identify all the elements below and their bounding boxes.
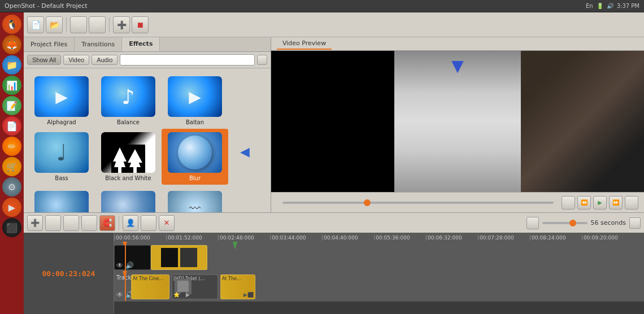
inkscape-icon[interactable]: ✏️ [2,137,21,156]
timeline-resize-button[interactable]: ⊡ [629,217,641,229]
settings-icon[interactable]: ⚙️ [2,177,21,197]
rewind-button[interactable]: ⏪ [577,196,591,210]
ruler-mark-3: 00:03:44:000 [270,235,322,241]
svg-rect-6 [133,166,137,173]
playback-slider-container [277,202,559,204]
tab-transitions[interactable]: Transitions [75,37,122,51]
terminal-icon[interactable]: ⬛ [2,218,21,237]
partial2-thumb [101,188,155,212]
filter-bar: Show All Video Audio ✕ [24,52,271,68]
ruler-mark-9: 00:09:20:000 [582,235,634,241]
razor-tool-button[interactable]: 👤 [123,215,138,231]
blur-image [168,132,222,173]
timeline-ruler: 00:00:56:000 00:01:52:000 00:02:48:000 0… [114,233,644,243]
search-clear-button[interactable]: ✕ [257,55,267,65]
volume-indicator: 🔊 [607,3,613,9]
blur-arrow: ◀ [240,144,250,158]
track-1-eye-icon[interactable]: 👁 [116,261,123,269]
effect-partial-2[interactable] [95,185,162,212]
amazon-icon[interactable]: 🛒 [2,157,21,176]
green-marker [233,242,237,250]
timecode-display: 00:00:23:024 [42,269,95,278]
balance-label: Balance [117,119,140,125]
video-preview-tab[interactable]: Video Preview [277,38,332,50]
stop-button[interactable]: ⏹ [132,16,149,33]
play-button[interactable]: ▶ [593,196,607,210]
clip-toilet[interactable]: [HD] Toilet (... ⭐⬛▶ [172,274,218,299]
partial2-image [101,191,155,212]
track-1-content: 👁 🔊 [114,243,644,272]
move-tool-button[interactable]: ↔ [81,215,97,231]
effect-baltan[interactable]: Baltan [162,73,228,129]
alphagrad-thumb [34,76,89,117]
playhead-line [125,243,126,272]
files-icon[interactable]: 📁 [2,55,21,75]
partial1-thumb [34,188,89,212]
openshot-icon[interactable]: ▶ [2,198,21,217]
search-input[interactable] [120,54,255,66]
ruler-mark-1: 00:01:52:000 [166,235,218,241]
ruler-mark-2: 00:02:48:000 [218,235,270,241]
skip-start-button[interactable]: ⏮ [562,196,575,210]
redo-button[interactable]: ↪ [89,16,106,33]
magnet-tool-button[interactable]: 🧲 [99,215,115,231]
ruler-mark-6: 00:06:32:000 [426,235,478,241]
clip-yellow-1[interactable] [151,245,207,270]
bass-thumb [34,132,89,173]
balance-thumb [101,76,155,117]
select-tool-button[interactable]: ↖ [45,215,61,231]
window-title: OpenShot - Default Project [5,2,88,10]
filter-video-button[interactable]: Video [63,55,89,65]
libreoffice-writer-icon[interactable]: 📝 [2,96,21,115]
blur-thumb [168,132,222,173]
libreoffice-calc-icon[interactable]: 📊 [2,76,21,95]
bnw-label: Black and White [105,175,151,181]
video-panel-left [271,51,394,192]
effect-bass[interactable]: Bass [28,129,95,185]
track-1-audio-icon[interactable]: 🔊 [125,261,134,269]
filter-audio-button[interactable]: Audio [92,55,118,65]
title-tool-button[interactable]: T [141,215,156,231]
effect-alphagrad[interactable]: Alphagrad [28,73,95,129]
clip-cinema[interactable]: At The Cinema... [131,274,169,299]
tl-sep-1 [119,216,119,230]
track-1: 👁 🔊 [114,243,644,272]
tab-project-files[interactable]: Project Files [24,37,75,51]
video-panels: ▼ [271,51,644,192]
ubuntu-icon[interactable]: 🐧 [2,15,21,34]
baltan-image [168,76,222,117]
export-button[interactable]: ↗ [526,217,539,229]
bass-image [34,132,89,173]
add-button[interactable]: ➕ [113,16,130,33]
tab-effects[interactable]: Effects [122,37,160,51]
playback-slider[interactable] [282,202,554,204]
preview-tab-bar: Video Preview [271,37,644,51]
open-button[interactable]: 📂 [46,16,63,33]
pdf-icon[interactable]: 📄 [2,116,21,136]
effect-balance[interactable]: Balance [95,73,162,129]
track-2-eye-icon[interactable]: 👁 [116,291,123,299]
battery-indicator: 🔋 [597,3,603,9]
new-button[interactable]: 📄 [27,16,44,33]
blur-label: Blur [189,175,201,181]
effect-blur[interactable]: Blur ◀ [162,129,228,185]
skip-end-button[interactable]: ⏭ [625,196,638,210]
undo-button[interactable]: ↩ [70,16,87,33]
toolbar-separator-1 [66,18,67,32]
filter-all-button[interactable]: Show All [27,55,61,65]
effect-partial-3[interactable]: 〰 [162,185,228,212]
firefox-icon[interactable]: 🦊 [2,35,21,54]
blue-down-arrow: ▼ [451,56,464,75]
zoom-slider[interactable] [542,222,588,224]
effects-grid: Alphagrad Balance Baltan [24,68,271,212]
effect-partial-1[interactable] [28,185,95,212]
system-tray: En 🔋 🔊 3:37 PM [586,3,639,9]
remove-tool-button[interactable]: ✕ [159,215,175,231]
blur-sphere [178,136,212,169]
fast-forward-button[interactable]: ⏩ [609,196,623,210]
clip-theater-label: At The... [221,275,255,282]
cut-tool-button[interactable]: ✂ [63,215,79,231]
effect-black-and-white[interactable]: Black and White [95,129,162,185]
add-track-button[interactable]: ➕ [27,215,43,231]
clip-theater[interactable]: At The... ▶⬛ [220,274,255,299]
